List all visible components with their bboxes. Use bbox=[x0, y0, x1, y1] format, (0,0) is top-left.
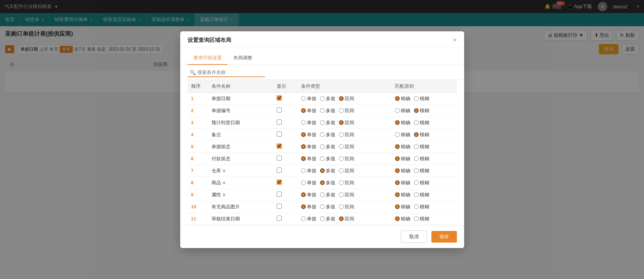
type-option-多值-9[interactable]: 多值 bbox=[320, 204, 335, 210]
match-option-精确-9[interactable]: 精确 bbox=[395, 204, 410, 210]
search-input[interactable] bbox=[197, 70, 263, 75]
match-option-模糊-6[interactable]: 模糊 bbox=[414, 168, 429, 174]
match-option-模糊-8[interactable]: 模糊 bbox=[414, 192, 429, 198]
type-option-区间-8[interactable]: 区间 bbox=[339, 192, 354, 198]
dialog-table-row: 2单据编号单值多值区间精确模糊 bbox=[187, 105, 457, 117]
row-name-6: 仓库 ∨ bbox=[208, 165, 273, 177]
match-option-精确-1[interactable]: 精确 bbox=[395, 107, 410, 114]
type-option-区间-0[interactable]: 区间 bbox=[339, 95, 354, 102]
type-option-多值-0[interactable]: 多值 bbox=[320, 95, 335, 102]
match-option-模糊-3[interactable]: 模糊 bbox=[414, 131, 429, 138]
type-option-多值-5[interactable]: 多值 bbox=[320, 156, 335, 162]
type-option-单值-6[interactable]: 单值 bbox=[301, 168, 316, 174]
row-display-checkbox-4[interactable] bbox=[277, 144, 282, 149]
cancel-button[interactable]: 取消 bbox=[401, 231, 427, 243]
row-order-9: 10 bbox=[191, 204, 196, 209]
type-option-区间-3[interactable]: 区间 bbox=[339, 131, 354, 138]
dialog-table-row: 6付款状态单值多值区间精确模糊 bbox=[187, 153, 457, 165]
row-name-7: 商品 ∨ bbox=[208, 177, 273, 189]
match-option-精确-10[interactable]: 精确 bbox=[395, 216, 410, 222]
row-order-10: 11 bbox=[191, 216, 196, 221]
match-option-精确-6[interactable]: 精确 bbox=[395, 168, 410, 174]
match-option-模糊-7[interactable]: 模糊 bbox=[414, 180, 429, 186]
type-option-多值-6[interactable]: 多值 bbox=[320, 168, 335, 174]
type-option-多值-4[interactable]: 多值 bbox=[320, 144, 335, 150]
type-option-单值-2[interactable]: 单值 bbox=[301, 119, 316, 126]
match-option-模糊-10[interactable]: 模糊 bbox=[414, 216, 429, 222]
match-option-模糊-9[interactable]: 模糊 bbox=[414, 204, 429, 210]
dialog-tabs: 查询字段设置 布局调整 bbox=[180, 48, 464, 65]
match-option-精确-7[interactable]: 精确 bbox=[395, 180, 410, 186]
type-option-多值-8[interactable]: 多值 bbox=[320, 192, 335, 198]
type-option-区间-10[interactable]: 区间 bbox=[339, 216, 354, 222]
dialog-table-row: 3预计到货日期单值多值区间精确模糊 bbox=[187, 117, 457, 129]
col-name: 条件名称 bbox=[208, 80, 273, 93]
row-display-checkbox-5[interactable] bbox=[277, 156, 282, 161]
dialog-tab-layout-adjust[interactable]: 布局调整 bbox=[228, 52, 258, 65]
type-option-多值-3[interactable]: 多值 bbox=[320, 131, 335, 138]
dialog-header: 设置查询区域布局 × bbox=[180, 31, 464, 48]
save-button[interactable]: 保存 bbox=[431, 231, 457, 243]
type-option-单值-3[interactable]: 单值 bbox=[301, 131, 316, 138]
row-name-4: 单据状态 bbox=[208, 141, 273, 153]
match-option-精确-8[interactable]: 精确 bbox=[395, 192, 410, 198]
match-option-模糊-5[interactable]: 模糊 bbox=[414, 156, 429, 162]
row-type-group-3: 单值多值区间 bbox=[301, 131, 388, 138]
type-option-单值-4[interactable]: 单值 bbox=[301, 144, 316, 150]
type-option-多值-10[interactable]: 多值 bbox=[320, 216, 335, 222]
row-display-checkbox-0[interactable] bbox=[277, 95, 282, 101]
type-option-单值-7[interactable]: 单值 bbox=[301, 180, 316, 186]
row-name-10: 审核结束日期 bbox=[208, 213, 273, 225]
row-order-5: 6 bbox=[191, 156, 194, 161]
row-type-group-0: 单值多值区间 bbox=[301, 95, 388, 102]
dialog-tab-query-fields[interactable]: 查询字段设置 bbox=[187, 52, 228, 65]
row-type-group-10: 单值多值区间 bbox=[301, 216, 388, 222]
type-option-单值-0[interactable]: 单值 bbox=[301, 95, 316, 102]
row-display-checkbox-10[interactable] bbox=[277, 216, 282, 221]
type-option-单值-10[interactable]: 单值 bbox=[301, 216, 316, 222]
type-option-多值-2[interactable]: 多值 bbox=[320, 119, 335, 126]
dialog-close-button[interactable]: × bbox=[453, 36, 457, 44]
row-match-group-6: 精确模糊 bbox=[395, 168, 453, 174]
row-type-group-4: 单值多值区间 bbox=[301, 144, 388, 150]
type-option-区间-1[interactable]: 区间 bbox=[339, 107, 354, 114]
row-display-checkbox-2[interactable] bbox=[277, 119, 282, 125]
match-option-精确-4[interactable]: 精确 bbox=[395, 144, 410, 150]
match-option-精确-3[interactable]: 精确 bbox=[395, 131, 410, 138]
type-option-区间-5[interactable]: 区间 bbox=[339, 156, 354, 162]
match-option-精确-2[interactable]: 精确 bbox=[395, 119, 410, 126]
match-option-模糊-4[interactable]: 模糊 bbox=[414, 144, 429, 150]
type-option-单值-9[interactable]: 单值 bbox=[301, 204, 316, 210]
type-option-区间-9[interactable]: 区间 bbox=[339, 204, 354, 210]
dialog-table-wrap: 顺序 条件名称 显示 条件类型 匹配原则 1单据日期单值多值区间精确模糊2单据编… bbox=[180, 80, 464, 225]
type-option-区间-2[interactable]: 区间 bbox=[339, 119, 354, 126]
type-option-区间-4[interactable]: 区间 bbox=[339, 144, 354, 150]
row-type-group-2: 单值多值区间 bbox=[301, 119, 388, 126]
match-option-模糊-1[interactable]: 模糊 bbox=[414, 107, 429, 114]
dialog-overlay: 设置查询区域布局 × 查询字段设置 布局调整 🔍 顺序 bbox=[0, 0, 644, 279]
row-display-checkbox-6[interactable] bbox=[277, 168, 282, 173]
type-option-多值-1[interactable]: 多值 bbox=[320, 107, 335, 114]
row-match-group-7: 精确模糊 bbox=[395, 180, 453, 186]
row-match-group-2: 精确模糊 bbox=[395, 119, 453, 126]
match-option-模糊-2[interactable]: 模糊 bbox=[414, 119, 429, 126]
match-option-模糊-0[interactable]: 模糊 bbox=[414, 95, 429, 102]
row-name-1: 单据编号 bbox=[208, 105, 273, 117]
dialog-table-row: 4备注单值多值区间精确模糊 bbox=[187, 129, 457, 141]
type-option-区间-7[interactable]: 区间 bbox=[339, 180, 354, 186]
row-order-6: 7 bbox=[191, 168, 194, 173]
row-display-checkbox-3[interactable] bbox=[277, 131, 282, 137]
type-option-单值-8[interactable]: 单值 bbox=[301, 192, 316, 198]
row-type-group-8: 单值多值区间 bbox=[301, 192, 388, 198]
type-option-多值-7[interactable]: 多值 bbox=[320, 180, 335, 186]
row-display-checkbox-1[interactable] bbox=[277, 107, 282, 113]
row-display-checkbox-8[interactable] bbox=[277, 192, 282, 197]
row-order-1: 2 bbox=[191, 108, 194, 113]
row-display-checkbox-7[interactable] bbox=[277, 180, 282, 185]
match-option-精确-0[interactable]: 精确 bbox=[395, 95, 410, 102]
type-option-区间-6[interactable]: 区间 bbox=[339, 168, 354, 174]
type-option-单值-1[interactable]: 单值 bbox=[301, 107, 316, 114]
row-display-checkbox-9[interactable] bbox=[277, 204, 282, 209]
type-option-单值-5[interactable]: 单值 bbox=[301, 156, 316, 162]
match-option-精确-5[interactable]: 精确 bbox=[395, 156, 410, 162]
